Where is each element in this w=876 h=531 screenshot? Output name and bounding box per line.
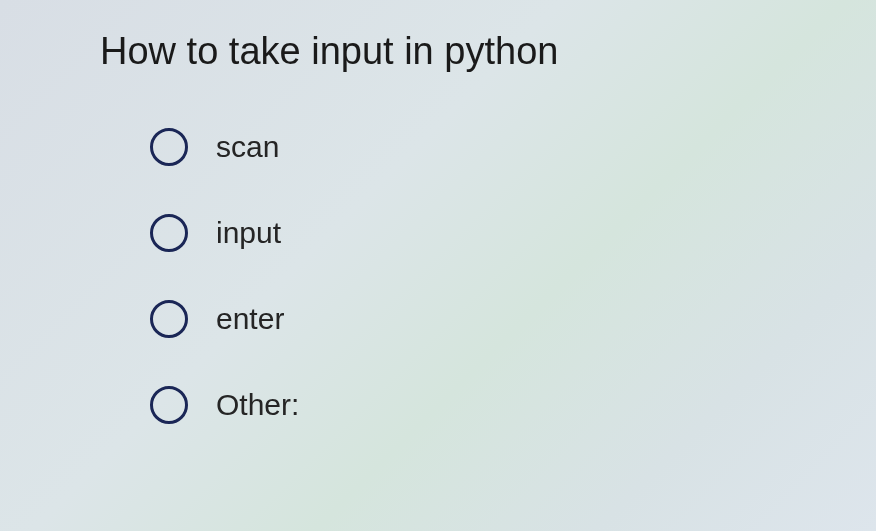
radio-icon (150, 214, 188, 252)
option-scan[interactable]: scan (150, 128, 836, 166)
options-group: scan input enter Other: (100, 128, 836, 424)
option-other[interactable]: Other: (150, 386, 836, 424)
option-label: scan (216, 130, 279, 164)
radio-icon (150, 300, 188, 338)
option-label: input (216, 216, 281, 250)
option-label: Other: (216, 388, 299, 422)
radio-icon (150, 386, 188, 424)
radio-icon (150, 128, 188, 166)
option-input[interactable]: input (150, 214, 836, 252)
question-title: How to take input in python (100, 30, 836, 73)
option-label: enter (216, 302, 284, 336)
option-enter[interactable]: enter (150, 300, 836, 338)
